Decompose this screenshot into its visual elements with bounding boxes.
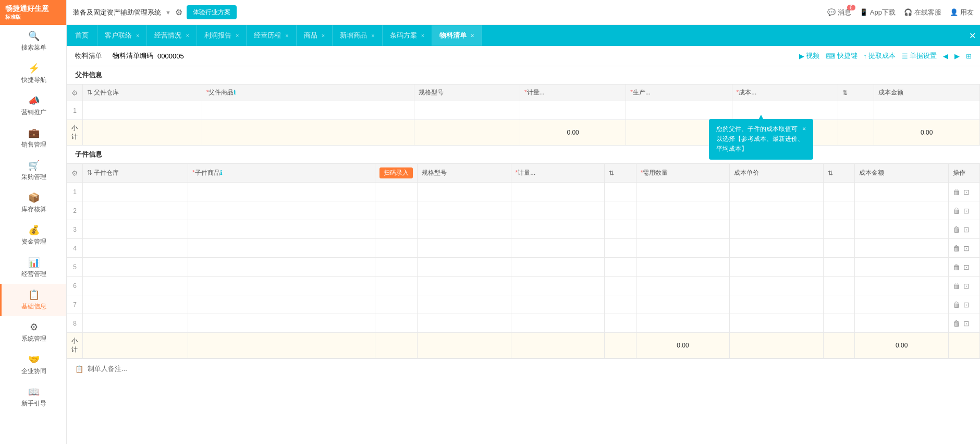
tab-bom-close[interactable]: × (471, 32, 474, 39)
settings-gear-icon[interactable]: ⚙ (71, 89, 78, 97)
child-qty-cell[interactable] (636, 239, 730, 258)
child-unit-cell[interactable] (511, 201, 605, 220)
parent-cost-cell[interactable] (732, 101, 838, 120)
tooltip-close-button[interactable]: × (802, 124, 806, 134)
child-price-cell[interactable] (730, 239, 824, 258)
child-unit-cell[interactable] (511, 258, 605, 277)
child-spec-cell[interactable] (418, 258, 511, 277)
child-price-cell[interactable] (730, 258, 824, 277)
child-settings-gear-icon[interactable]: ⚙ (71, 169, 78, 177)
child-qty-cell[interactable] (636, 295, 730, 314)
parent-goods-cell[interactable] (202, 101, 414, 120)
tab-history-close[interactable]: × (285, 32, 288, 39)
copy-icon[interactable]: ⊡ (963, 301, 970, 309)
scan-button[interactable]: 扫码录入 (379, 167, 413, 178)
child-warehouse-cell[interactable] (83, 258, 188, 277)
settings-icon[interactable]: ⚙ (175, 7, 182, 17)
tab-customer[interactable]: 客户联络 × (97, 25, 147, 46)
child-qty-cell[interactable] (636, 314, 730, 333)
tab-bom[interactable]: 物料清单 × (432, 25, 482, 46)
copy-icon[interactable]: ⊡ (963, 282, 970, 290)
nav-next[interactable]: ▶ (954, 52, 960, 60)
child-spec-cell[interactable] (418, 314, 511, 333)
child-unit-cell[interactable] (511, 295, 605, 314)
tab-history[interactable]: 经营历程 × (247, 25, 296, 46)
sidebar-item-inventory[interactable]: 📦 库存核算 (0, 187, 66, 219)
tab-add-goods[interactable]: 新增商品 × (333, 25, 382, 46)
child-qty-cell[interactable] (636, 201, 730, 220)
child-goods-cell[interactable] (188, 183, 375, 201)
child-goods-cell[interactable] (188, 295, 375, 314)
child-warehouse-cell[interactable] (83, 220, 188, 239)
child-goods-cell[interactable] (188, 220, 375, 239)
view-action[interactable]: ▶ 视频 (799, 51, 819, 61)
child-qty-cell[interactable] (636, 183, 730, 201)
child-price-cell[interactable] (730, 314, 824, 333)
delete-icon[interactable]: 🗑 (953, 263, 960, 271)
message-badge-item[interactable]: 💬 消息 6 (827, 8, 851, 17)
dropdown-icon[interactable]: ▼ (165, 9, 171, 16)
delete-icon[interactable]: 🗑 (953, 301, 960, 309)
online-service-item[interactable]: 🎧 在线客服 (904, 8, 941, 17)
child-spec-cell[interactable] (418, 295, 511, 314)
child-warehouse-cell[interactable] (83, 314, 188, 333)
tab-profit-close[interactable]: × (236, 32, 239, 39)
sidebar-item-quick-nav[interactable]: ⚡ 快捷导航 (0, 57, 66, 90)
shortcut-action[interactable]: ⌨ 快捷键 (826, 51, 858, 61)
delete-icon[interactable]: 🗑 (953, 244, 960, 253)
tab-add-goods-close[interactable]: × (371, 32, 374, 39)
child-goods-cell[interactable] (188, 201, 375, 220)
parent-spec-cell[interactable] (414, 101, 520, 120)
child-unit-cell[interactable] (511, 183, 605, 201)
child-qty-cell[interactable] (636, 220, 730, 239)
tab-operation[interactable]: 经营情况 × (147, 25, 197, 46)
child-warehouse-cell[interactable] (83, 277, 188, 295)
sidebar-item-newbie[interactable]: 📖 新手引导 (0, 381, 66, 413)
child-unit-cell[interactable] (511, 220, 605, 239)
sidebar-item-enterprise[interactable]: 🤝 企业协同 (0, 349, 66, 381)
child-qty-cell[interactable] (636, 277, 730, 295)
close-all-tabs[interactable]: ✕ (969, 31, 976, 41)
user-item[interactable]: 👤 用友 (950, 8, 974, 17)
sidebar-item-system[interactable]: ⚙ 系统管理 (0, 316, 66, 349)
delete-icon[interactable]: 🗑 (953, 319, 960, 328)
delete-icon[interactable]: 🗑 (953, 225, 960, 234)
sidebar-item-purchase[interactable]: 🛒 采购管理 (0, 154, 66, 187)
nav-prev[interactable]: ◀ (943, 52, 948, 60)
child-price-cell[interactable] (730, 183, 824, 201)
copy-icon[interactable]: ⊡ (963, 188, 970, 196)
delete-icon[interactable]: 🗑 (953, 282, 960, 290)
parent-unit-cell[interactable] (520, 101, 626, 120)
delete-icon[interactable]: 🗑 (953, 207, 960, 215)
child-warehouse-cell[interactable] (83, 295, 188, 314)
sidebar-item-management[interactable]: 📊 经营管理 (0, 251, 66, 284)
extract-cost-action[interactable]: ↑ 提取成本 (864, 51, 896, 61)
child-price-cell[interactable] (730, 220, 824, 239)
copy-icon[interactable]: ⊡ (963, 207, 970, 215)
tab-customer-close[interactable]: × (136, 32, 139, 39)
child-warehouse-cell[interactable] (83, 183, 188, 201)
tab-barcode-close[interactable]: × (421, 32, 424, 39)
tab-home[interactable]: 首页 (67, 25, 97, 46)
child-warehouse-cell[interactable] (83, 239, 188, 258)
sidebar-item-basic-info[interactable]: 📋 基础信息 (0, 284, 66, 316)
child-spec-cell[interactable] (418, 220, 511, 239)
sidebar-item-sales[interactable]: 💼 销售管理 (0, 122, 66, 154)
copy-icon[interactable]: ⊡ (963, 319, 970, 328)
delete-icon[interactable]: 🗑 (953, 188, 960, 196)
parent-produce-cell[interactable] (626, 101, 732, 120)
child-goods-cell[interactable] (188, 277, 375, 295)
child-goods-cell[interactable] (188, 314, 375, 333)
child-spec-cell[interactable] (418, 201, 511, 220)
parent-warehouse-cell[interactable] (83, 101, 202, 120)
child-price-cell[interactable] (730, 277, 824, 295)
child-unit-cell[interactable] (511, 239, 605, 258)
sidebar-item-finance[interactable]: 💰 资金管理 (0, 219, 66, 251)
child-price-cell[interactable] (730, 201, 824, 220)
tab-operation-close[interactable]: × (186, 32, 189, 39)
copy-icon[interactable]: ⊡ (963, 244, 970, 253)
tab-goods[interactable]: 商品 × (297, 25, 333, 46)
child-spec-cell[interactable] (418, 277, 511, 295)
child-unit-cell[interactable] (511, 277, 605, 295)
child-unit-cell[interactable] (511, 314, 605, 333)
